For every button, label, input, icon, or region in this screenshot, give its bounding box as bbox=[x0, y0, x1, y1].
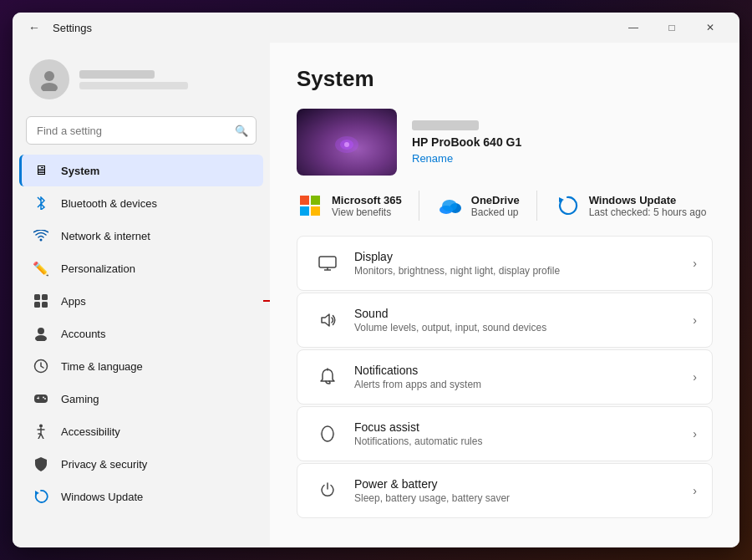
bluetooth-icon bbox=[33, 195, 49, 211]
focus-sub: Notifications, automatic rules bbox=[354, 435, 693, 447]
sidebar-item-accounts[interactable]: Accounts bbox=[19, 318, 263, 349]
network-icon bbox=[33, 227, 49, 244]
svg-rect-25 bbox=[311, 206, 320, 216]
settings-list: Display Monitors, brightness, night ligh… bbox=[297, 236, 713, 518]
svg-point-31 bbox=[322, 426, 333, 441]
avatar bbox=[29, 59, 69, 99]
accounts-icon bbox=[33, 325, 49, 342]
svg-rect-6 bbox=[42, 302, 48, 308]
quick-link-m365[interactable]: Microsoft 365 View benefits bbox=[297, 192, 402, 219]
sidebar-item-gaming[interactable]: Gaming bbox=[19, 383, 263, 415]
svg-point-17 bbox=[39, 425, 43, 428]
close-icon: ✕ bbox=[706, 22, 714, 33]
accessibility-icon bbox=[33, 423, 49, 440]
sound-chevron: › bbox=[693, 313, 697, 327]
svg-rect-22 bbox=[300, 196, 309, 205]
user-info bbox=[79, 70, 188, 89]
user-profile bbox=[13, 49, 270, 113]
settings-window: ← Settings — □ ✕ bbox=[13, 13, 739, 547]
sidebar-item-personalization[interactable]: ✏️ Personalization bbox=[19, 252, 263, 284]
sidebar-item-label: System bbox=[61, 165, 99, 177]
notifications-sub: Alerts from apps and system bbox=[354, 379, 693, 390]
svg-point-1 bbox=[41, 83, 58, 91]
windowsupdate-icon bbox=[33, 488, 49, 505]
display-icon bbox=[312, 248, 343, 278]
m365-sub: View benefits bbox=[332, 206, 402, 218]
focus-chevron: › bbox=[693, 427, 697, 440]
sound-icon bbox=[312, 305, 343, 335]
svg-rect-5 bbox=[34, 302, 40, 308]
maximize-icon: □ bbox=[668, 22, 674, 33]
sidebar-item-label: Bluetooth & devices bbox=[61, 197, 157, 210]
sidebar-item-accessibility[interactable]: Accessibility bbox=[19, 415, 263, 447]
page-title: System bbox=[297, 66, 713, 92]
settings-item-power[interactable]: Power & battery Sleep, battery usage, ba… bbox=[297, 463, 713, 518]
sound-sub: Volume levels, output, input, sound devi… bbox=[354, 322, 693, 333]
device-rename-link[interactable]: Rename bbox=[412, 152, 521, 165]
arrow-indicator bbox=[263, 293, 270, 309]
sidebar-item-label: Network & internet bbox=[61, 230, 150, 242]
device-model: HP ProBook 640 G1 bbox=[412, 135, 521, 149]
sidebar-item-label: Windows Update bbox=[61, 491, 143, 503]
quick-link-onedrive[interactable]: OneDrive Backed up bbox=[436, 192, 520, 219]
power-sub: Sleep, battery usage, battery saver bbox=[354, 492, 693, 504]
device-card: HP ProBook 640 G1 Rename bbox=[297, 109, 713, 176]
settings-item-focus[interactable]: Focus assist Notifications, automatic ru… bbox=[297, 406, 713, 461]
display-chevron: › bbox=[693, 257, 697, 270]
window-title: Settings bbox=[53, 22, 614, 34]
winupdate-ql-icon bbox=[554, 192, 581, 219]
svg-point-28 bbox=[442, 200, 457, 211]
sidebar-item-time[interactable]: Time & language bbox=[19, 350, 263, 382]
sidebar-item-apps[interactable]: Apps bbox=[19, 285, 263, 317]
device-name-blurred bbox=[412, 120, 479, 130]
svg-rect-23 bbox=[311, 196, 320, 205]
sidebar-item-label: Personalization bbox=[61, 262, 135, 275]
onedrive-text: OneDrive Backed up bbox=[471, 194, 520, 218]
settings-item-display[interactable]: Display Monitors, brightness, night ligh… bbox=[297, 236, 713, 291]
power-icon bbox=[312, 476, 343, 506]
maximize-button[interactable]: □ bbox=[653, 13, 691, 43]
sidebar-item-label: Apps bbox=[61, 295, 86, 308]
sidebar-item-network[interactable]: Network & internet bbox=[19, 220, 263, 252]
onedrive-sub: Backed up bbox=[471, 206, 520, 218]
settings-item-sound[interactable]: Sound Volume levels, output, input, soun… bbox=[297, 293, 713, 348]
sidebar-item-system[interactable]: 🖥 System bbox=[19, 155, 263, 186]
m365-icon bbox=[297, 192, 323, 219]
search-input[interactable] bbox=[26, 116, 257, 145]
svg-point-2 bbox=[40, 239, 43, 242]
notifications-icon bbox=[312, 362, 343, 392]
gaming-icon bbox=[33, 390, 49, 407]
onedrive-icon bbox=[436, 192, 463, 219]
quick-link-winupdate[interactable]: Windows Update Last checked: 5 hours ago bbox=[554, 192, 707, 219]
svg-point-10 bbox=[35, 335, 47, 341]
power-label: Power & battery bbox=[354, 477, 693, 491]
m365-text: Microsoft 365 View benefits bbox=[332, 194, 402, 218]
svg-rect-30 bbox=[319, 257, 336, 267]
minimize-button[interactable]: — bbox=[614, 13, 653, 43]
user-name-blur bbox=[79, 70, 155, 79]
sidebar-item-privacy[interactable]: Privacy & security bbox=[19, 448, 263, 480]
sidebar-nav: 🖥 System Bluetooth & devices bbox=[13, 155, 270, 512]
window-controls: — □ ✕ bbox=[614, 13, 729, 43]
winupdate-ql-sub: Last checked: 5 hours ago bbox=[589, 206, 707, 218]
focus-icon bbox=[312, 419, 343, 449]
m365-label: Microsoft 365 bbox=[332, 194, 402, 206]
sidebar-item-windowsupdate[interactable]: Windows Update bbox=[19, 481, 263, 512]
sidebar-item-bluetooth[interactable]: Bluetooth & devices bbox=[19, 187, 263, 219]
sound-label: Sound bbox=[354, 307, 693, 320]
close-button[interactable]: ✕ bbox=[691, 13, 729, 43]
device-thumbnail bbox=[297, 109, 397, 176]
personalization-icon: ✏️ bbox=[33, 260, 49, 277]
sidebar-item-label: Accessibility bbox=[61, 425, 120, 438]
sidebar: 🔍 🖥 System Bluetooth & devices bbox=[13, 43, 270, 547]
apps-icon bbox=[33, 293, 49, 309]
svg-rect-24 bbox=[300, 206, 309, 216]
sidebar-item-label: Time & language bbox=[61, 360, 143, 373]
svg-point-15 bbox=[43, 397, 44, 399]
device-thumb-inner bbox=[297, 109, 397, 176]
display-text: Display Monitors, brightness, night ligh… bbox=[354, 250, 693, 277]
display-sub: Monitors, brightness, night light, displ… bbox=[354, 265, 693, 277]
settings-item-notifications[interactable]: Notifications Alerts from apps and syste… bbox=[297, 349, 713, 405]
back-button[interactable]: ← bbox=[23, 16, 46, 39]
notifications-text: Notifications Alerts from apps and syste… bbox=[354, 364, 693, 390]
